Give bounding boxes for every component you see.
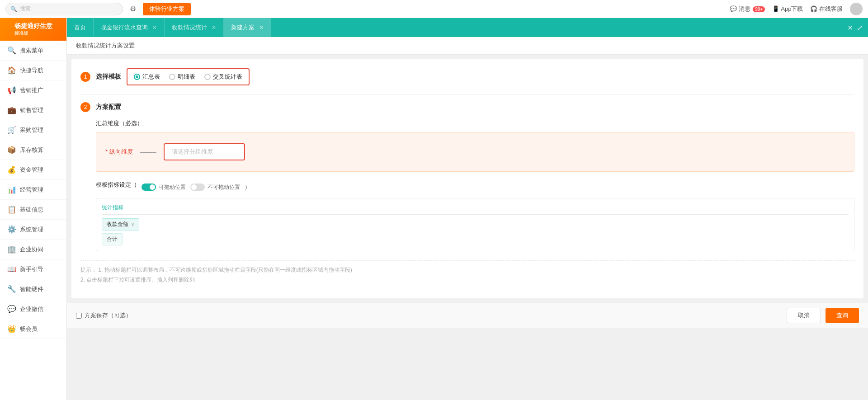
content-area: 首页 现金银行流水查询 ✕ 收款情况统计 ✕ 新建方案 ✕ ✕ ⤢ [67,18,868,400]
cancel-button[interactable]: 取消 [787,308,821,323]
home-icon: 🏠 [7,66,16,75]
sidebar-item-finance[interactable]: 💰 资金管理 [0,160,66,180]
sidebar-item-home[interactable]: 🏠 快捷导航 [0,61,66,80]
sidebar-label-marketing: 营销推广 [20,86,43,94]
toggle-non-draggable-label: 不可拖动位置 [208,184,240,191]
tab-receipts-label: 收款情况统计 [172,24,207,32]
dimension-section: 汇总维度（必选） * 纵向维度 —— 请选择分组维度 模板指标设定（ [80,119,854,251]
sidebar-item-management[interactable]: 📊 经营管理 [0,180,66,200]
dim-required-label: * 纵向维度 [105,148,133,156]
window-expand-icon[interactable]: ⤢ [857,24,863,32]
metrics-header-label: 模板指标设定（ [96,181,137,189]
sidebar-item-hardware[interactable]: 🔧 智能硬件 [0,279,66,299]
tip2: 2. 点击标题栏下拉可设置排序、插入列和删除列 [80,275,854,285]
tab-receipts[interactable]: 收款情况统计 ✕ [165,18,224,37]
form-section: 1 选择模板 汇总表 明细表 交 [71,59,863,298]
toggle-non-draggable[interactable]: 不可拖动位置 [190,184,240,191]
radio-detail-label: 明细表 [178,73,195,81]
sidebar-label-wechat: 企业微信 [20,305,43,313]
settings-icon[interactable]: ⚙ [127,3,139,15]
search-placeholder: 搜索 [20,5,31,13]
save-checkbox-label: 方案保存（可选） [85,311,132,320]
sidebar-item-inventory[interactable]: 📦 库存核算 [0,140,66,160]
tab-new-plan-label: 新建方案 [231,24,255,32]
right-icons: 💬 消息 99+ 📱 App下载 🎧 在线客服 [730,3,863,15]
toggle-switch-non-draggable[interactable] [190,184,205,191]
download-label: App下载 [781,5,803,12]
hardware-icon: 🔧 [7,285,16,293]
radio-detail[interactable]: 明细表 [169,73,195,81]
tips-section: 提示： 1. 拖动标题栏可以调整布局，不可跨维度或指标区域拖动栏目字段(只能在同… [80,260,854,289]
radio-cross-label: 交叉统计表 [213,73,242,81]
page-footer: 方案保存（可选） 取消 查询 [67,303,868,328]
user-avatar[interactable] [850,3,863,15]
radio-summary[interactable]: 汇总表 [134,73,160,81]
tab-receipts-close[interactable]: ✕ [212,24,216,31]
sidebar-item-purchase[interactable]: 🛒 采购管理 [0,120,66,140]
logo-sub: 标准版 [14,30,52,37]
radio-summary-circle [134,74,140,80]
step1-label: 选择模板 [96,73,121,81]
top-header: 🔍 搜索 ⚙ 体验行业方案 💬 消息 99+ 📱 App下载 🎧 在线客服 [0,0,868,18]
metrics-header-row: 模板指标设定（ 可拖动位置 不可拖动位置 ） [96,181,854,193]
radio-summary-label: 汇总表 [142,73,160,81]
radio-detail-circle [169,74,175,80]
sidebar-label-basic: 基础信息 [20,206,43,214]
search-bar[interactable]: 🔍 搜索 [5,3,123,15]
page-content: 收款情况统计方案设置 1 选择模板 汇总表 [67,37,868,400]
dimension-select[interactable]: 请选择分组维度 [164,143,245,160]
save-checkbox-row[interactable]: 方案保存（可选） [76,311,132,320]
step2-row: 2 方案配置 [80,102,854,112]
toggle-draggable[interactable]: 可拖动位置 [142,184,186,191]
notification-item[interactable]: 💬 消息 99+ [730,5,765,13]
dim-arrow: —— [140,147,156,157]
metric-dropdown-icon: ∨ [131,222,134,227]
save-checkbox[interactable] [76,313,82,319]
tab-cash-flow-close[interactable]: ✕ [152,24,157,31]
sidebar-item-enterprise[interactable]: 🏢 企业协同 [0,240,66,259]
member-icon: 👑 [7,325,16,333]
marketing-icon: 📢 [7,86,16,94]
sidebar-item-wechat[interactable]: 💬 企业微信 [0,299,66,319]
sidebar: 畅捷通好生意 标准版 🔍 搜索菜单 🏠 快捷导航 📢 营销推广 💼 销售管理 🛒… [0,18,67,400]
window-close-icon[interactable]: ✕ [847,24,853,32]
download-item[interactable]: 📱 App下载 [772,5,803,13]
sidebar-item-guide[interactable]: 📖 新手引导 [0,259,66,279]
search-icon: 🔍 [10,6,17,12]
service-label: 在线客服 [819,5,843,12]
sidebar-label-purchase: 采购管理 [20,126,43,134]
sidebar-item-member[interactable]: 👑 畅会员 [0,319,66,339]
tab-home[interactable]: 首页 [67,18,94,37]
metrics-group-label: 统计指标 [102,204,849,215]
metrics-close-paren: ） [245,183,250,191]
step2-badge: 2 [80,102,90,112]
finance-icon: 💰 [7,165,16,174]
tab-bar: 首页 现金银行流水查询 ✕ 收款情况统计 ✕ 新建方案 ✕ ✕ ⤢ [67,18,868,37]
metric-sub-row: 合计 [102,233,849,245]
sidebar-item-marketing[interactable]: 📢 营销推广 [0,80,66,100]
service-item[interactable]: 🎧 在线客服 [810,5,843,13]
tab-new-plan[interactable]: 新建方案 ✕ [224,18,271,37]
breadcrumb: 收款情况统计方案设置 [76,42,135,49]
sidebar-label-sales: 销售管理 [20,106,43,114]
sidebar-item-system[interactable]: ⚙️ 系统管理 [0,220,66,240]
basic-icon: 📋 [7,205,16,214]
metric-total-label: 合计 [107,236,118,242]
sidebar-item-sales[interactable]: 💼 销售管理 [0,100,66,120]
sidebar-item-basic[interactable]: 📋 基础信息 [0,200,66,220]
metric-tag-revenue[interactable]: 收款金额 ∨ [102,218,139,231]
toggle-switch-draggable[interactable] [142,184,156,191]
tab-new-plan-close[interactable]: ✕ [259,24,264,31]
radio-cross[interactable]: 交叉统计表 [204,73,242,81]
sidebar-logo: 畅捷通好生意 标准版 [0,18,66,41]
metric-total-tag[interactable]: 合计 [102,233,123,245]
toggle-draggable-label: 可拖动位置 [159,184,186,191]
sidebar-label-hardware: 智能硬件 [20,285,43,293]
query-button[interactable]: 查询 [826,308,859,323]
trial-button[interactable]: 体验行业方案 [143,3,191,15]
search-menu-icon: 🔍 [7,46,16,55]
sidebar-label-enterprise: 企业协同 [20,245,43,254]
divider1 [80,94,854,95]
tab-cash-flow[interactable]: 现金银行流水查询 ✕ [94,18,165,37]
sidebar-item-search[interactable]: 🔍 搜索菜单 [0,41,66,61]
